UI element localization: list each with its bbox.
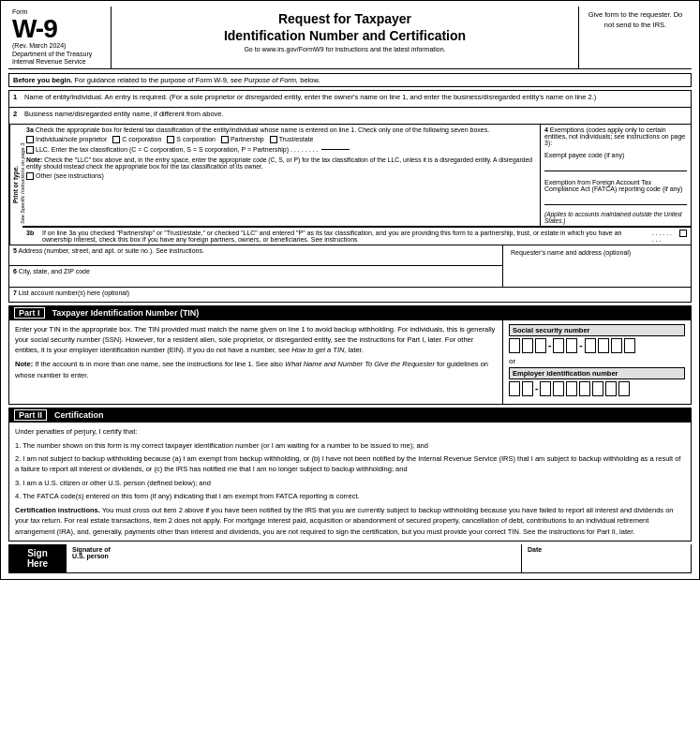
sign-section: Sign Here Signature of U.S. person Date xyxy=(8,544,692,573)
ssn-box7[interactable] xyxy=(598,338,609,353)
part2-label: Part II xyxy=(14,409,47,421)
ssn-box9[interactable] xyxy=(624,338,635,353)
checkbox-individual-label: Individual/sole proprietor xyxy=(36,136,107,142)
checkbox-trust-box[interactable] xyxy=(270,136,277,143)
sign-signature-area: Signature of U.S. person xyxy=(67,544,522,572)
checkbox-individual-box[interactable] xyxy=(26,136,34,143)
line3b-checkbox[interactable] xyxy=(679,230,687,237)
part1-note-text: If the account is in more than one name,… xyxy=(35,360,285,368)
ssn-box5[interactable] xyxy=(566,338,577,353)
part1-title: Taxpayer Identification Number (TIN) xyxy=(52,308,200,318)
part1-label: Part I xyxy=(14,307,45,319)
ssn-box8[interactable] xyxy=(611,338,622,353)
side-content: 3a Check the appropriate box for federal… xyxy=(22,125,691,245)
ssn-box6[interactable] xyxy=(585,338,596,353)
cert-intro: Under penalties of perjury, I certify th… xyxy=(15,426,685,437)
requester-label: Requester's name and address (optional) xyxy=(507,247,687,285)
ein-box4[interactable] xyxy=(553,381,564,396)
checkbox-scorp-label: S corporation xyxy=(176,136,216,142)
line2-row: 2 Business name/disregarded entity name,… xyxy=(9,108,691,125)
checkbox-llc-box[interactable] xyxy=(26,146,34,154)
cert-item4: 4. The FATCA code(s) entered on this for… xyxy=(15,491,685,501)
checkbox-llc[interactable]: LLC. Enter the tax classification (C = C… xyxy=(26,146,350,154)
line3b-text: If on line 3a you checked "Partnership" … xyxy=(42,230,649,243)
checkbox-partnership-label: Partnership xyxy=(231,136,264,142)
ein-box6[interactable] xyxy=(579,381,590,396)
part1-body2: later. xyxy=(347,346,364,354)
other-row: Other (see instructions) xyxy=(26,172,536,180)
ein-box7[interactable] xyxy=(592,381,603,396)
before-begin-text: For guidance related to the purpose of F… xyxy=(72,76,244,84)
line6-num: 6 xyxy=(13,268,17,275)
checkbox-ccorp-box[interactable] xyxy=(112,136,120,143)
line3b-row: 3b If on line 3a you checked "Partnershi… xyxy=(22,227,691,245)
checkbox-individual[interactable]: Individual/sole proprietor xyxy=(26,136,107,143)
checkbox-ccorp[interactable]: C corporation xyxy=(112,136,161,143)
line4-text: Exemptions (codes apply only to certain … xyxy=(544,126,685,146)
llc-note: Note: Check the "LLC" box above and, in … xyxy=(26,156,536,170)
checkbox-trust[interactable]: Trust/estate xyxy=(270,136,314,143)
line5-row: 5 Address (number, street, and apt. or s… xyxy=(9,245,502,266)
us-person-label: U.S. person xyxy=(72,553,515,559)
dept-label: Department of the Treasury xyxy=(12,51,107,58)
ssn-box2[interactable] xyxy=(522,338,533,353)
checkbox-scorp[interactable]: S corporation xyxy=(167,136,216,143)
checkbox-partnership-box[interactable] xyxy=(221,136,229,143)
line3a-num: 3a xyxy=(26,126,34,133)
ein-box9[interactable] xyxy=(618,381,630,396)
ssn-box1[interactable] xyxy=(509,338,520,353)
part2-title: Certification xyxy=(54,410,104,420)
line1-row: 1 Name of entity/individual. An entry is… xyxy=(9,91,691,108)
ein-box1[interactable] xyxy=(509,381,520,396)
line6-text: City, state, and ZIP code xyxy=(19,268,90,275)
line34-container: 3a Check the appropriate box for federal… xyxy=(22,125,691,227)
ein-label: Employer identification number xyxy=(509,367,685,379)
ein-box8[interactable] xyxy=(605,381,617,396)
before-begin-text2: below. xyxy=(298,76,320,84)
before-begin-label: Before you begin. xyxy=(13,76,72,84)
ssn-box4[interactable] xyxy=(553,338,564,353)
cert-item3: 3. I am a U.S. citizen or other U.S. per… xyxy=(15,478,685,488)
ein-boxes: - xyxy=(509,381,685,396)
other-text: Other (see instructions) xyxy=(36,172,104,179)
checkbox-other-box[interactable] xyxy=(26,172,34,180)
ssn-dash1: - xyxy=(548,340,551,350)
checkbox-other[interactable]: Other (see instructions) xyxy=(26,172,104,180)
sign-fields: Signature of U.S. person Date xyxy=(66,544,691,572)
exempt-payee-label: Exempt payee code (if any) xyxy=(544,152,687,171)
sig-label: Signature of xyxy=(72,546,515,553)
before-begin-italic: Purpose of Form, xyxy=(244,76,298,84)
note-label: Note: xyxy=(26,156,42,163)
part1-note: Note: If the account is in more than one… xyxy=(15,359,497,380)
form-title-line1: Request for Taxpayer xyxy=(119,10,571,27)
note-text: Check the "LLC" box above and, in the en… xyxy=(26,156,532,170)
ssn-box3[interactable] xyxy=(535,338,546,353)
cert-item2: 2. I am not subject to backup withholdin… xyxy=(15,453,685,475)
part1-what-name: What Name and Number To Give the Request… xyxy=(285,360,435,368)
ssn-dash2: - xyxy=(579,340,582,350)
form-goto-text: Go to www.irs.gov/FormW9 for instruction… xyxy=(119,46,571,52)
ein-box5[interactable] xyxy=(566,381,577,396)
form-title-line2: Identification Number and Certification xyxy=(119,27,571,44)
part2-container: Under penalties of perjury, I certify th… xyxy=(8,423,692,542)
llc-row: LLC. Enter the tax classification (C = C… xyxy=(26,146,536,154)
line3a-text: Check the appropriate box for federal ta… xyxy=(36,126,489,133)
line2-num: 2 xyxy=(13,110,22,118)
checkbox-row1: Individual/sole proprietor C corporation… xyxy=(26,136,536,143)
llc-text: LLC. Enter the tax classification (C = C… xyxy=(36,146,289,153)
line7-row: 7 List account number(s) here (optional) xyxy=(9,287,691,302)
line6-row: 6 City, state, and ZIP code xyxy=(9,266,502,287)
before-begin-section: Before you begin. For guidance related t… xyxy=(8,73,692,87)
form-header: Form W-9 (Rev. March 2024) Department of… xyxy=(8,7,692,69)
checkbox-partnership[interactable]: Partnership xyxy=(221,136,264,143)
part1-body: Enter your TIN in the appropriate box. T… xyxy=(15,325,495,355)
ein-box3[interactable] xyxy=(540,381,551,396)
part1-header: Part I Taxpayer Identification Number (T… xyxy=(8,305,692,320)
line1-text: Name of entity/individual. An entry is r… xyxy=(24,93,685,101)
checkbox-scorp-box[interactable] xyxy=(167,136,174,143)
ein-box2[interactable] xyxy=(522,381,533,396)
line3a-area: 3a Check the appropriate box for federal… xyxy=(22,125,541,226)
line3b-num: 3b xyxy=(26,230,39,236)
line56-right: Requester's name and address (optional) xyxy=(503,245,691,287)
side-label-section: Print or type. See Specific Instructions… xyxy=(9,125,691,245)
